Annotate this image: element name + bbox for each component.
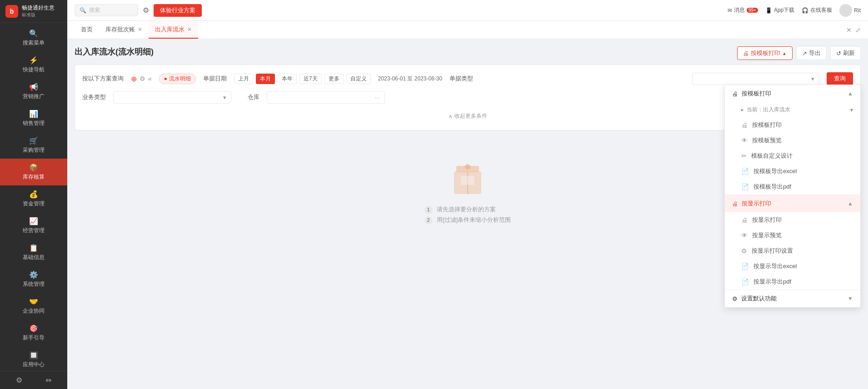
tab-close-inventory-batch[interactable]: ✕ xyxy=(138,26,142,33)
dropdown-display-excel[interactable]: 📄 按显示导出excel xyxy=(725,259,860,274)
filter-collapse-btn[interactable]: « xyxy=(148,75,152,82)
sidebar-navigation: 🔍 搜索菜单 ⚡ 快捷导航 📢 营销推广 📊 销售管理 🛒 采购管理 📦 库存核… xyxy=(0,23,67,371)
export-icon: ↗ xyxy=(802,50,807,57)
purchase-icon: 🛒 xyxy=(29,136,38,145)
tab-close-inout-flow[interactable]: ✕ xyxy=(187,26,192,33)
sidebar-item-operations[interactable]: 📈 经营管理 xyxy=(0,212,67,239)
headset-icon: 🎧 xyxy=(802,7,808,14)
basic-info-icon: 📋 xyxy=(29,244,38,252)
logo-icon: b xyxy=(5,5,18,18)
display-print-section-header[interactable]: 🖨 按显示打印 ▲ xyxy=(725,195,860,212)
refresh-btn[interactable]: ↺ 刷新 xyxy=(830,46,861,60)
business-type-select[interactable]: ▾ xyxy=(113,91,231,104)
sidebar-item-purchase[interactable]: 🛒 采购管理 xyxy=(0,132,67,159)
refresh-icon: ↺ xyxy=(836,50,841,57)
cooperation-icon: 🤝 xyxy=(29,297,38,306)
top-search-box[interactable]: 🔍 搜索 xyxy=(75,4,138,16)
dropdown-display-pdf[interactable]: 📄 按显示导出pdf xyxy=(725,274,860,289)
header-gear-icon[interactable]: ⚙ xyxy=(143,6,149,15)
sidebar-item-search-menu[interactable]: 🔍 搜索菜单 xyxy=(0,25,67,51)
warehouse-select[interactable]: ··· xyxy=(267,91,385,104)
sidebar-item-basic-info[interactable]: 📋 基础信息 xyxy=(0,239,67,266)
display-print-header-icon: 🖨 xyxy=(732,200,738,207)
online-support-btn[interactable]: 🎧 在线客服 xyxy=(802,6,832,14)
user-avatar xyxy=(839,4,852,17)
tab-maximize-btn[interactable]: ⤢ xyxy=(855,26,861,34)
doc-type-label: 单据类型 xyxy=(449,75,473,83)
filter-add-btn[interactable]: ⊕ xyxy=(131,75,137,83)
system-icon: ⚙️ xyxy=(29,270,38,279)
dropdown-template-excel[interactable]: 📄 按模板导出excel xyxy=(725,164,860,179)
settings-bottom-btn[interactable]: ⚙ xyxy=(16,376,22,384)
query-btn[interactable]: 查询 xyxy=(827,72,853,85)
date-custom-btn[interactable]: 自定义 xyxy=(346,74,371,84)
export-btn[interactable]: ↗ 导出 xyxy=(796,46,827,60)
chevron-up-icon: ▲ xyxy=(782,51,787,56)
sidebar-item-cooperation[interactable]: 🤝 企业协同 xyxy=(0,293,67,319)
doc-type-select[interactable]: ▾ xyxy=(692,73,819,85)
sidebar-item-sales[interactable]: 📊 销售管理 xyxy=(0,105,67,132)
filter-tag-icon: ● xyxy=(164,75,167,82)
message-btn[interactable]: ✉ 消息 99+ xyxy=(728,6,758,14)
app-download-btn[interactable]: 📱 App下载 xyxy=(765,6,794,14)
expand-sidebar-btn[interactable]: ⇔ xyxy=(45,376,51,384)
sales-icon: 📊 xyxy=(29,110,38,118)
sidebar-item-guide[interactable]: 🎯 新手引导 xyxy=(0,319,67,346)
date-this-year-btn[interactable]: 本年 xyxy=(278,74,297,84)
section2-chevron-icon: ▲ xyxy=(848,200,853,207)
date-filter: 上月 本月 本年 近7天 更多 自定义 xyxy=(234,74,371,84)
tab-home[interactable]: 首页 xyxy=(75,21,99,39)
section1-chevron-icon: ▲ xyxy=(848,90,853,97)
sidebar-item-marketing[interactable]: 📢 营销推广 xyxy=(0,78,67,105)
date-this-month-btn[interactable]: 本月 xyxy=(256,74,275,84)
header-right: ✉ 消息 99+ 📱 App下载 🎧 在线客服 Rit xyxy=(728,4,861,17)
svg-rect-3 xyxy=(461,176,474,185)
custom-item-icon: ✏ xyxy=(741,152,747,160)
print-template-btn[interactable]: 🖨 按模板打印 ▲ xyxy=(737,46,793,60)
dropdown-template-pdf[interactable]: 📄 按模板导出pdf xyxy=(725,179,860,194)
date-prev-month-btn[interactable]: 上月 xyxy=(234,74,253,84)
filter-tag-liushui[interactable]: ● 流水明细 xyxy=(159,74,196,84)
search-menu-icon: 🔍 xyxy=(29,29,38,38)
sidebar-item-app-center[interactable]: 🔲 应用中心 xyxy=(0,346,67,371)
filter-row-1: 按以下方案查询 ⊕ ⚙ « ● 流水明细 单据日期 上月 本月 本年 近7天 xyxy=(82,72,853,85)
sidebar-item-quick-nav[interactable]: ⚡ 快捷导航 xyxy=(0,51,67,78)
trial-btn[interactable]: 体验行业方案 xyxy=(154,4,202,17)
dropdown-template-preview[interactable]: 👁 按模板预览 xyxy=(725,133,860,148)
sidebar-item-finance[interactable]: 💰 资金管理 xyxy=(0,185,67,212)
preview-item-icon: 👁 xyxy=(741,137,748,144)
tab-inout-flow[interactable]: 出入库流水 ✕ xyxy=(149,21,198,39)
tab-inventory-batch[interactable]: 库存批次账 ✕ xyxy=(99,21,149,39)
phone-icon: 📱 xyxy=(765,7,772,14)
date-more-btn[interactable]: 更多 xyxy=(324,74,344,84)
default-settings-header[interactable]: ⚙ 设置默认功能 ▼ xyxy=(725,290,860,307)
tab-close-window-btn[interactable]: ✕ xyxy=(846,26,852,34)
dropdown-display-print[interactable]: 🖨 按显示打印 xyxy=(725,212,860,228)
dropdown-template-custom[interactable]: ✏ 模板自定义设计 xyxy=(725,148,860,164)
dropdown-display-print-settings[interactable]: ⚙ 按显示打印设置 xyxy=(725,243,860,259)
chevron-down-sub: ▾ xyxy=(850,107,853,113)
display-print-section: 🖨 按显示打印 ▲ 🖨 按显示打印 👁 按显示预览 ⚙ 按显示打印设置 xyxy=(725,194,860,289)
chevron-up-icon-2: ∧ xyxy=(449,113,453,120)
date-last7-btn[interactable]: 近7天 xyxy=(299,74,322,84)
user-avatar-btn[interactable]: Rit xyxy=(839,4,861,17)
template-print-section-header[interactable]: 🖨 按模板打印 ▲ xyxy=(725,85,860,102)
dropdown-display-preview[interactable]: 👁 按显示预览 xyxy=(725,228,860,243)
marketing-icon: 📢 xyxy=(29,83,38,91)
default-settings-section: ⚙ 设置默认功能 ▼ xyxy=(725,289,860,307)
current-template-label: ▸ 当前：出入库流水 ▾ xyxy=(725,102,860,117)
sidebar-item-system[interactable]: ⚙️ 系统管理 xyxy=(0,266,67,293)
top-header: 🔍 搜索 ⚙ 体验行业方案 ✉ 消息 99+ 📱 App下载 🎧 在线客服 xyxy=(67,0,868,21)
print-item-icon: 🖨 xyxy=(741,121,748,129)
filter-config-btn[interactable]: ⚙ xyxy=(140,75,145,82)
tab-bar: 首页 库存批次账 ✕ 出入库流水 ✕ ✕ ⤢ xyxy=(67,21,868,39)
business-type-label: 业务类型 xyxy=(82,93,106,101)
inventory-icon: 📦 xyxy=(29,163,38,172)
filter-actions: ⊕ ⚙ « xyxy=(131,75,152,83)
display-settings-icon: ⚙ xyxy=(741,247,747,254)
dropdown-template-print[interactable]: 🖨 按模板打印 xyxy=(725,117,860,133)
section3-chevron-icon: ▼ xyxy=(848,295,853,302)
sidebar-item-inventory[interactable]: 📦 库存核算 xyxy=(0,159,67,185)
logo-text: 畅捷通好生意 标准版 xyxy=(22,4,55,18)
sidebar-logo: b 畅捷通好生意 标准版 xyxy=(0,0,67,23)
